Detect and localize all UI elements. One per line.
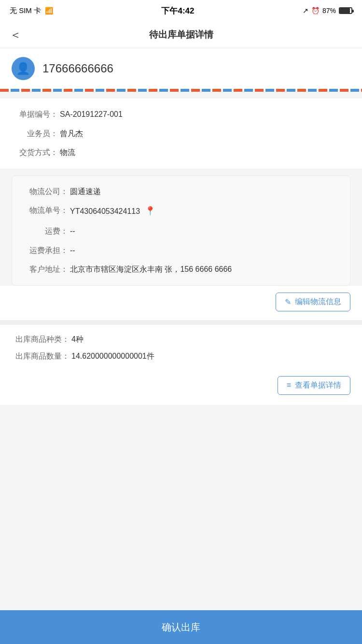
delivery-method-value: 物流 [60, 146, 350, 159]
tracking-number-label: 物流单号： [22, 204, 68, 217]
goods-section: 出库商品种类： 4种 出库商品数量： 14.620000000000001件 [0, 325, 362, 371]
document-number-label: 单据编号： [12, 108, 58, 121]
map-pin-icon[interactable]: 📍 [145, 204, 155, 218]
edit-icon: ✎ [285, 297, 291, 307]
view-btn-wrap: ≡ 查看单据详情 [0, 371, 362, 405]
alarm-icon: ⏰ [311, 7, 320, 14]
avatar-icon: 👤 [16, 62, 30, 75]
status-right: ↗ ⏰ 87% [303, 7, 352, 14]
tracking-number-row: 物流单号： YT43064053424113 📍 [22, 204, 340, 218]
customer-address-value: 北京市市辖区海淀区永丰南 张，156 6666 6666 [70, 263, 340, 276]
carrier-label: 无 SIM 卡 [10, 6, 41, 15]
view-detail-label: 查看单据详情 [295, 380, 341, 391]
order-info-section: 单据编号： SA-20191227-001 业务员： 曾凡杰 交货方式： 物流 [0, 98, 362, 168]
section-separator [0, 320, 362, 325]
battery-percentage: 87% [322, 7, 336, 14]
wifi-icon: 📶 [45, 7, 53, 14]
goods-quantity-row: 出库商品数量： 14.620000000000001件 [12, 351, 350, 362]
customer-header: 👤 17666666666 [0, 48, 362, 89]
list-icon: ≡ [287, 381, 291, 390]
freight-bearer-value: -- [70, 244, 340, 257]
goods-types-label: 出库商品种类： [12, 335, 70, 345]
freight-label: 运费： [22, 225, 68, 238]
goods-types-value: 4种 [71, 335, 84, 345]
delivery-method-row: 交货方式： 物流 [12, 146, 350, 159]
dashed-divider [0, 89, 362, 92]
salesman-value: 曾凡杰 [60, 127, 350, 140]
back-button[interactable]: ＜ [10, 29, 21, 41]
logistics-company-row: 物流公司： 圆通速递 [22, 185, 340, 198]
customer-phone: 17666666666 [42, 62, 113, 75]
goods-quantity-label: 出库商品数量： [12, 351, 70, 362]
customer-address-label: 客户地址： [22, 263, 68, 276]
goods-quantity-value: 14.620000000000001件 [71, 351, 154, 362]
logistics-company-value: 圆通速递 [70, 185, 340, 198]
nav-bar: ＜ 待出库单据详情 [0, 21, 362, 48]
battery-icon [339, 7, 352, 14]
status-left: 无 SIM 卡 📶 [10, 6, 53, 15]
edit-btn-wrap: ✎ 编辑物流信息 [0, 286, 362, 320]
confirm-outbound-button[interactable]: 确认出库 [0, 610, 362, 644]
edit-logistics-label: 编辑物流信息 [295, 297, 341, 307]
status-bar: 无 SIM 卡 📶 下午4:42 ↗ ⏰ 87% [0, 0, 362, 21]
freight-bearer-row: 运费承担： -- [22, 244, 340, 257]
customer-address-row: 客户地址： 北京市市辖区海淀区永丰南 张，156 6666 6666 [22, 263, 340, 276]
document-number-row: 单据编号： SA-20191227-001 [12, 108, 350, 121]
freight-bearer-label: 运费承担： [22, 244, 68, 257]
tracking-number-value: YT43064053424113 📍 [70, 204, 340, 218]
logistics-card: 物流公司： 圆通速递 物流单号： YT43064053424113 📍 运费： … [12, 175, 350, 286]
salesman-label: 业务员： [12, 127, 58, 140]
spacer [0, 405, 362, 501]
view-detail-button[interactable]: ≡ 查看单据详情 [278, 376, 350, 395]
freight-row: 运费： -- [22, 225, 340, 238]
logistics-company-label: 物流公司： [22, 185, 68, 198]
delivery-method-label: 交货方式： [12, 146, 58, 159]
edit-logistics-button[interactable]: ✎ 编辑物流信息 [276, 293, 350, 311]
nav-title: 待出库单据详情 [149, 28, 213, 41]
goods-types-row: 出库商品种类： 4种 [12, 335, 350, 345]
avatar: 👤 [12, 57, 35, 80]
freight-value: -- [70, 225, 340, 238]
location-status-icon: ↗ [303, 7, 308, 14]
confirm-outbound-label: 确认出库 [162, 621, 200, 634]
salesman-row: 业务员： 曾凡杰 [12, 127, 350, 140]
status-time: 下午4:42 [161, 5, 194, 16]
document-number-value: SA-20191227-001 [60, 108, 350, 121]
